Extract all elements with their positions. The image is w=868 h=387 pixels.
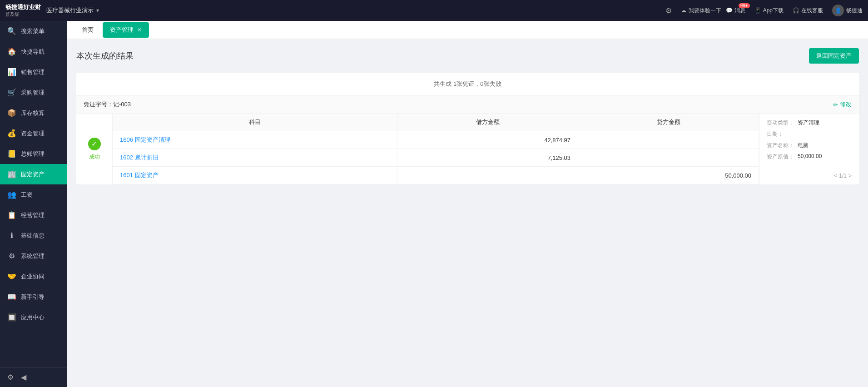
- messages-button[interactable]: 💬 消息 99+: [726, 7, 745, 15]
- sidebar-item-quick-nav[interactable]: 🏠 快捷导航: [0, 41, 67, 62]
- row3-credit: 50,000.00: [578, 167, 759, 184]
- user-menu[interactable]: 👤 畅捷通: [832, 5, 863, 16]
- finance-icon: 💰: [7, 129, 16, 138]
- building-icon: 🏢: [7, 170, 16, 179]
- topbar: 畅捷通好业财 普及版 医疗器械行业演示 ▾ ⚙ ☁ 我要体验一下 💬 消息 99…: [0, 0, 868, 21]
- topbar-gear-icon[interactable]: ⚙: [665, 6, 672, 15]
- voucher-edit-button[interactable]: ✏ 修改: [833, 100, 852, 109]
- settings-bottom-icon[interactable]: ⚙: [7, 373, 14, 382]
- payroll-icon: 👥: [7, 190, 16, 199]
- check-icon: ✓: [88, 138, 101, 150]
- company-selector[interactable]: 医疗器械行业演示 ▾: [46, 6, 661, 15]
- voucher-table-area: 科目 借方金额 贷方金额 1606 固定资产清理 42,874.97: [113, 114, 759, 184]
- sidebar-item-sales[interactable]: 📊 销售管理: [0, 62, 67, 82]
- tab-assets[interactable]: 资产管理 ✕: [103, 22, 149, 38]
- voucher-header: 凭证字号：记-003 ✏ 修改: [76, 96, 859, 114]
- page-indicator: 1/1: [839, 173, 847, 179]
- result-panel: 共生成 1张凭证，0张失败 凭证字号：记-003 ✏ 修改 ✓: [76, 73, 859, 184]
- cloud-icon: ☁: [681, 7, 686, 14]
- result-summary: 共生成 1张凭证，0张失败: [76, 73, 859, 96]
- table-row: 1601 固定资产 50,000.00: [113, 167, 759, 184]
- prev-page-button[interactable]: <: [834, 173, 837, 179]
- sidebar-item-inventory[interactable]: 📦 库存核算: [0, 103, 67, 123]
- return-button[interactable]: 返回固定资产: [809, 48, 859, 64]
- col-subject: 科目: [113, 114, 397, 131]
- page-content: 本次生成的结果 返回固定资产 共生成 1张凭证，0张失败 凭证字号：记-003 …: [67, 39, 868, 387]
- original-value-row: 资产原值： 50,000.00: [767, 153, 852, 161]
- app-center-icon: 🔲: [7, 313, 16, 322]
- sidebar-bottom: ⚙ ◀: [0, 367, 67, 387]
- app-download-button[interactable]: 📱 App下载: [754, 7, 784, 15]
- tab-home[interactable]: 首页: [74, 22, 101, 38]
- trial-button[interactable]: ☁ 我要体验一下: [681, 7, 721, 15]
- avatar: 👤: [832, 5, 844, 16]
- row2-debit: 7,125.03: [397, 149, 578, 167]
- date-row: 日期：: [767, 130, 852, 138]
- tab-close-icon[interactable]: ✕: [137, 27, 142, 33]
- system-icon: ⚙: [7, 252, 16, 260]
- pagination: < 1/1 >: [767, 173, 852, 179]
- tab-bar: 首页 资产管理 ✕: [67, 21, 868, 39]
- row1-subject: 1606 固定资产清理: [113, 131, 397, 149]
- company-dropdown-icon: ▾: [96, 7, 99, 14]
- sidebar-item-operations[interactable]: 📋 经营管理: [0, 205, 67, 225]
- page-title: 本次生成的结果: [76, 50, 134, 61]
- row1-debit: 42,874.97: [397, 131, 578, 149]
- sidebar-item-fixed-assets[interactable]: 🏢 固定资产: [0, 164, 67, 184]
- sidebar-item-purchase[interactable]: 🛒 采购管理: [0, 82, 67, 103]
- row2-credit: [578, 149, 759, 167]
- purchase-icon: 🛒: [7, 88, 16, 97]
- search-icon: 🔍: [7, 27, 16, 35]
- row2-subject: 1602 累计折旧: [113, 149, 397, 167]
- message-icon: 💬: [726, 7, 733, 14]
- sidebar-item-ledger[interactable]: 📒 总账管理: [0, 144, 67, 164]
- voucher-table: 科目 借方金额 贷方金额 1606 固定资产清理 42,874.97: [113, 114, 759, 184]
- voucher-number: 凭证字号：记-003: [84, 100, 131, 109]
- online-service-button[interactable]: 🎧 在线客服: [793, 7, 823, 15]
- voucher-block: 凭证字号：记-003 ✏ 修改 ✓ 成功: [76, 96, 859, 184]
- col-credit: 贷方金额: [578, 114, 759, 131]
- app-logo: 畅捷通好业财 普及版: [5, 4, 42, 17]
- ledger-icon: 📒: [7, 149, 16, 158]
- sidebar-item-system[interactable]: ⚙ 系统管理: [0, 246, 67, 266]
- home-icon: 🏠: [7, 47, 16, 56]
- row1-credit: [578, 131, 759, 149]
- side-panel: 变动类型： 资产清理 日期： 资产名称： 电脑: [759, 114, 859, 184]
- sidebar-item-finance[interactable]: 💰 资金管理: [0, 123, 67, 144]
- success-text: 成功: [89, 153, 100, 161]
- main-layout: 🔍 搜索菜单 🏠 快捷导航 📊 销售管理 🛒 采购管理 📦 库存核算 💰 资金管…: [0, 21, 868, 387]
- operations-icon: 📋: [7, 211, 16, 219]
- sidebar-item-guide[interactable]: 📖 新手引导: [0, 287, 67, 307]
- sidebar-item-enterprise[interactable]: 🤝 企业协同: [0, 266, 67, 287]
- change-type-row: 变动类型： 资产清理: [767, 119, 852, 127]
- download-icon: 📱: [754, 7, 761, 14]
- voucher-content: ✓ 成功 科目 借方金额 贷方金额: [76, 114, 859, 184]
- info-icon: ℹ: [7, 231, 16, 240]
- next-page-button[interactable]: >: [848, 173, 852, 179]
- sidebar-item-basic-info[interactable]: ℹ 基础信息: [0, 225, 67, 246]
- edit-icon: ✏: [833, 101, 838, 108]
- table-row: 1602 累计折旧 7,125.03: [113, 149, 759, 167]
- enterprise-icon: 🤝: [7, 272, 16, 281]
- success-indicator: ✓ 成功: [76, 114, 113, 184]
- page-header: 本次生成的结果 返回固定资产: [76, 48, 859, 64]
- sidebar-item-app-center[interactable]: 🔲 应用中心: [0, 307, 67, 327]
- sidebar: 🔍 搜索菜单 🏠 快捷导航 📊 销售管理 🛒 采购管理 📦 库存核算 💰 资金管…: [0, 21, 67, 387]
- sidebar-item-search[interactable]: 🔍 搜索菜单: [0, 21, 67, 41]
- headset-icon: 🎧: [793, 7, 799, 14]
- guide-icon: 📖: [7, 293, 16, 301]
- inventory-icon: 📦: [7, 109, 16, 117]
- row3-debit: [397, 167, 578, 184]
- topbar-actions: 💬 消息 99+ 📱 App下载 🎧 在线客服 👤 畅捷通: [726, 5, 863, 16]
- table-row: 1606 固定资产清理 42,874.97: [113, 131, 759, 149]
- col-debit: 借方金额: [397, 114, 578, 131]
- content-area: 首页 资产管理 ✕ 本次生成的结果 返回固定资产 共生成 1张凭证，0张失败 凭…: [67, 21, 868, 387]
- row3-subject: 1601 固定资产: [113, 167, 397, 184]
- collapse-icon[interactable]: ◀: [21, 373, 26, 382]
- sidebar-item-payroll[interactable]: 👥 工资: [0, 184, 67, 205]
- asset-name-row: 资产名称： 电脑: [767, 142, 852, 149]
- sales-icon: 📊: [7, 68, 16, 76]
